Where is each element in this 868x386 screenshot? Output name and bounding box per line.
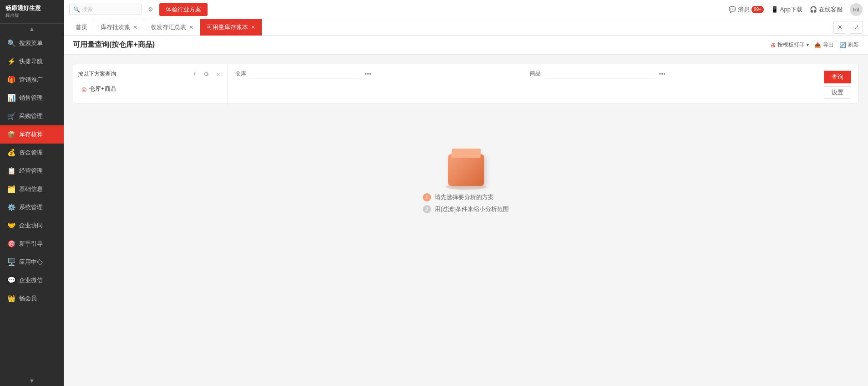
hint-num-2: 2 <box>423 205 431 213</box>
sidebar-item-marketing[interactable]: 🎁 营销推广 <box>0 71 64 89</box>
user-name: Rit <box>853 7 859 12</box>
warehouse-dots-btn[interactable]: ••• <box>363 69 373 78</box>
tab-home-label: 首页 <box>76 23 87 31</box>
tab-batch-close[interactable]: ✕ <box>133 24 137 31</box>
filter-actions: 查询 设置 <box>824 69 851 99</box>
filter-left-header: 按以下方案查询 ＋ ⚙ « <box>78 69 223 79</box>
manage-scheme-btn[interactable]: ⚙ <box>201 69 211 79</box>
sidebar-item-label: 企业微信 <box>19 276 43 284</box>
scroll-down-btn[interactable]: ▼ <box>0 376 64 386</box>
empty-hint-1: 1 请先选择要分析的方案 <box>423 193 509 201</box>
print-icon: 🖨 <box>770 42 776 48</box>
filter-panel: 按以下方案查询 ＋ ⚙ « ◎ 仓库+商品 <box>73 64 859 104</box>
sidebar-item-search[interactable]: 🔍 搜索菜单 <box>0 34 64 52</box>
print-label: 按模板打印 <box>777 41 805 49</box>
refresh-btn[interactable]: 🔄 刷新 <box>839 41 859 49</box>
scheme-item-warehouse-goods[interactable]: ◎ 仓库+商品 <box>78 82 223 95</box>
finance-icon: 💰 <box>7 149 15 157</box>
sidebar-item-system[interactable]: ⚙️ 系统管理 <box>0 198 64 216</box>
tab-summary-label: 收发存汇总表 <box>151 23 186 31</box>
sidebar-item-label: 快捷导航 <box>19 57 43 66</box>
warehouse-input[interactable] <box>250 69 359 78</box>
sidebar-item-wechat[interactable]: 💬 企业微信 <box>0 271 64 289</box>
hint-text-1: 请先选择要分析的方案 <box>435 193 494 201</box>
guide-icon: 🎯 <box>7 240 15 248</box>
sidebar-item-finance[interactable]: 💰 资金管理 <box>0 144 64 162</box>
tab-available-label: 可用量库存账本 <box>207 23 248 31</box>
tab-close-all-btn[interactable]: ✕ <box>833 21 846 34</box>
shortcut-icon: ⚡ <box>7 57 15 66</box>
goods-input[interactable] <box>544 69 654 78</box>
app-download-btn[interactable]: 📱 App下载 <box>771 5 802 14</box>
tab-expand-btn[interactable]: ⤢ <box>850 21 863 34</box>
sidebar-item-operation[interactable]: 📋 经营管理 <box>0 162 64 180</box>
goods-dots-btn[interactable]: ••• <box>657 69 668 78</box>
sidebar-item-company[interactable]: 🤝 企业协同 <box>0 216 64 235</box>
sales-icon: 📊 <box>7 94 15 102</box>
basic-icon: 🗂️ <box>7 185 15 193</box>
empty-hint-2: 2 用[过滤]条件来缩小分析范围 <box>423 205 509 213</box>
topbar: 🔍 搜索 ⚙ 体验行业方案 💬 消息 99+ 📱 App下载 🎧 在线客服 Ri… <box>64 0 868 19</box>
sidebar-item-label: 搜索菜单 <box>19 39 43 47</box>
message-btn[interactable]: 💬 消息 99+ <box>729 5 764 14</box>
edition-label: 标准版 <box>5 12 58 19</box>
message-badge: 99+ <box>751 6 764 13</box>
industry-btn[interactable]: 体验行业方案 <box>159 3 208 16</box>
topbar-right: 💬 消息 99+ 📱 App下载 🎧 在线客服 Rit <box>729 3 863 16</box>
wechat-icon: 💬 <box>7 276 15 284</box>
print-btn[interactable]: 🖨 按模板打印 ▾ <box>770 41 809 49</box>
settings-icon[interactable]: ⚙ <box>146 5 156 15</box>
sidebar-item-member[interactable]: 👑 畅会员 <box>0 289 64 308</box>
filter-left-icons: ＋ ⚙ « <box>189 69 223 79</box>
filter-left: 按以下方案查询 ＋ ⚙ « ◎ 仓库+商品 <box>73 64 228 103</box>
sidebar-item-shortcut[interactable]: ⚡ 快捷导航 <box>0 52 64 71</box>
filter-panel-title: 按以下方案查询 <box>78 70 116 78</box>
collapse-btn[interactable]: « <box>213 69 223 79</box>
topbar-search-box[interactable]: 🔍 搜索 <box>69 4 142 15</box>
filter-wrapper: 按以下方案查询 ＋ ⚙ « ◎ 仓库+商品 <box>64 55 868 113</box>
refresh-label: 刷新 <box>848 41 859 49</box>
export-label: 导出 <box>823 41 834 49</box>
sidebar-item-sales[interactable]: 📊 销售管理 <box>0 89 64 107</box>
export-btn[interactable]: 📤 导出 <box>814 41 834 49</box>
user-profile-btn[interactable]: Rit <box>850 3 863 16</box>
sidebar-item-guide[interactable]: 🎯 新手引导 <box>0 235 64 253</box>
sidebar-item-label: 经营管理 <box>19 167 43 175</box>
avatar: Rit <box>850 3 863 16</box>
refresh-icon: 🔄 <box>839 42 846 48</box>
page-title: 可用量查询(按仓库+商品) <box>73 40 155 50</box>
tab-summary[interactable]: 收发存汇总表 ✕ <box>144 19 200 36</box>
tab-available-close[interactable]: ✕ <box>251 24 255 31</box>
sidebar-scroll: 🔍 搜索菜单 ⚡ 快捷导航 🎁 营销推广 📊 销售管理 🛒 采购管理 📦 库存核… <box>0 34 64 376</box>
online-service-label: 在线客服 <box>819 5 843 14</box>
empty-state: 1 请先选择要分析的方案 2 用[过滤]条件来缩小分析范围 <box>64 113 868 241</box>
sidebar-item-purchase[interactable]: 🛒 采购管理 <box>0 107 64 125</box>
tab-batch[interactable]: 库存批次账 ✕ <box>94 19 144 36</box>
sidebar-item-app[interactable]: 🖥️ 应用中心 <box>0 253 64 271</box>
sidebar-logo: 畅康通好生意 标准版 <box>0 0 64 24</box>
goods-filter-field: 商品 ••• <box>530 69 817 78</box>
empty-illustration <box>439 140 493 186</box>
settings-btn[interactable]: 设置 <box>824 86 851 99</box>
goods-label: 商品 <box>530 70 541 77</box>
page-header: 可用量查询(按仓库+商品) 🖨 按模板打印 ▾ 📤 导出 🔄 刷新 <box>64 36 868 55</box>
tabbar: 首页 库存批次账 ✕ 收发存汇总表 ✕ 可用量库存账本 ✕ ✕ ⤢ <box>64 19 868 36</box>
sidebar-item-inventory[interactable]: 📦 库存核算 <box>0 125 64 144</box>
sidebar-item-label: 应用中心 <box>19 258 43 266</box>
sidebar-item-label: 畅会员 <box>19 294 37 303</box>
app-icon: 🖥️ <box>7 258 15 266</box>
tab-home[interactable]: 首页 <box>69 19 94 36</box>
scroll-up-btn[interactable]: ▲ <box>0 24 64 34</box>
scheme-icon: ◎ <box>81 86 86 93</box>
company-icon: 🤝 <box>7 221 15 230</box>
sidebar-item-basic[interactable]: 🗂️ 基础信息 <box>0 180 64 198</box>
purchase-icon: 🛒 <box>7 112 15 120</box>
add-scheme-btn[interactable]: ＋ <box>189 69 199 79</box>
warehouse-filter-field: 仓库 ••• <box>235 69 523 78</box>
tabbar-right: ✕ ⤢ <box>833 21 863 34</box>
query-btn[interactable]: 查询 <box>824 71 851 83</box>
online-service-btn[interactable]: 🎧 在线客服 <box>810 5 843 14</box>
tab-summary-close[interactable]: ✕ <box>189 24 193 31</box>
tab-available[interactable]: 可用量库存账本 ✕ <box>200 19 262 36</box>
inventory-icon: 📦 <box>7 130 15 139</box>
